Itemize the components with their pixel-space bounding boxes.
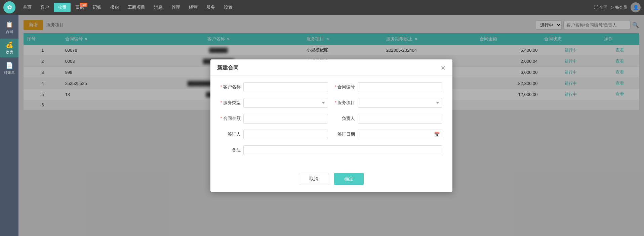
nav-item-business[interactable]: 工商项目 xyxy=(124,3,149,12)
logo: ✿ xyxy=(3,1,15,13)
nav-items: 首页 客户 收费 票据 new 记账 报税 工商项目 消息 管理 经营 服务 设… xyxy=(19,3,594,12)
sidebar-item-statement-label: 对账单 xyxy=(4,70,15,75)
sidebar-item-contract-label: 合同 xyxy=(6,29,13,34)
signer-label: 签订人 xyxy=(220,131,241,137)
nav-item-fee[interactable]: 收费 xyxy=(54,3,71,12)
cancel-button[interactable]: 取消 xyxy=(299,173,329,185)
form-group-customer: 客户名称 xyxy=(220,82,328,92)
contract-no-input[interactable] xyxy=(358,82,442,92)
sidebar: 📋 合同 💰 收费 📄 对账单 xyxy=(0,15,18,236)
modal-footer: 取消 确定 xyxy=(210,168,452,192)
confirm-button[interactable]: 确定 xyxy=(334,173,364,185)
avatar[interactable]: 👤 xyxy=(631,2,641,12)
sign-date-input[interactable]: 2023-06-06 xyxy=(358,130,442,139)
modal-header: 新建合同 ✕ xyxy=(210,59,452,76)
form-row-2: 服务类型 服务项目 xyxy=(220,98,442,108)
fee-icon: 💰 xyxy=(6,41,13,49)
fullscreen-button[interactable]: ⛶ 全屏 xyxy=(594,5,607,10)
remark-label: 备注 xyxy=(220,147,241,153)
date-input-wrapper: 2023-06-06 📅 xyxy=(358,130,442,139)
responsible-label: 负责人 xyxy=(335,115,355,122)
contract-no-label: 合同编号 xyxy=(335,84,355,90)
nav-item-bookkeeping[interactable]: 记账 xyxy=(89,3,106,12)
sign-date-label: 签订日期 xyxy=(335,131,355,137)
contract-amount-input[interactable]: 0.00 xyxy=(243,114,328,124)
sidebar-item-contract[interactable]: 📋 合同 xyxy=(0,18,18,37)
form-group-amount: 合同金额 0.00 xyxy=(220,114,328,124)
modal-body: 客户名称 合同编号 服务类型 xyxy=(210,76,452,168)
modal-overlay: 新建合同 ✕ 客户名称 合同编号 xyxy=(18,15,644,236)
form-row-4: 签订人 签订日期 2023-06-06 📅 xyxy=(220,130,442,139)
nav-item-message[interactable]: 消息 xyxy=(150,3,167,12)
nav-right: ⛶ 全屏 ▷ 畅会员 👤 xyxy=(594,2,641,12)
play-icon: ▷ xyxy=(611,5,614,10)
form-group-signer: 签订人 xyxy=(220,130,328,139)
sidebar-item-fee-label: 收费 xyxy=(6,50,13,55)
new-contract-modal: 新建合同 ✕ 客户名称 合同编号 xyxy=(210,59,452,192)
form-group-contract-no: 合同编号 xyxy=(335,82,442,92)
nav-item-manage[interactable]: 管理 xyxy=(167,3,184,12)
contract-icon: 📋 xyxy=(6,21,13,28)
modal-title: 新建合同 xyxy=(217,64,239,72)
form-row-5: 备注 xyxy=(220,145,442,155)
form-row-3: 合同金额 0.00 负责人 xyxy=(220,114,442,124)
fullscreen-icon: ⛶ xyxy=(594,5,598,10)
form-group-responsible: 负责人 xyxy=(335,114,442,124)
nav-item-service[interactable]: 服务 xyxy=(202,3,219,12)
nav-item-invoice[interactable]: 票据 new xyxy=(71,3,88,12)
nav-item-home[interactable]: 首页 xyxy=(19,3,36,12)
vip-label: 畅会员 xyxy=(615,5,627,10)
form-group-remark: 备注 xyxy=(220,145,442,155)
sidebar-item-fee[interactable]: 💰 收费 xyxy=(0,39,18,57)
content-area: 新增 服务项目 进行中 已完成 已取消 🔍 序号 合同编号 ⇅ 客户名称 ⇅ 服… xyxy=(18,15,644,236)
remark-input[interactable] xyxy=(243,145,442,155)
main-layout: 📋 合同 💰 收费 📄 对账单 新增 服务项目 进行中 已完成 已取消 � xyxy=(0,15,644,236)
nav-item-operation[interactable]: 经营 xyxy=(185,3,202,12)
new-badge: new xyxy=(80,3,87,7)
form-group-service-type: 服务类型 xyxy=(220,98,328,108)
calendar-icon[interactable]: 📅 xyxy=(434,132,440,137)
service-item-label: 服务项目 xyxy=(335,100,355,106)
modal-close-button[interactable]: ✕ xyxy=(441,64,446,72)
service-type-select[interactable] xyxy=(243,98,328,108)
service-type-label: 服务类型 xyxy=(220,100,241,106)
nav-item-tax[interactable]: 报税 xyxy=(106,3,123,12)
contract-amount-label: 合同金额 xyxy=(220,115,241,122)
vip-button[interactable]: ▷ 畅会员 xyxy=(611,5,627,10)
responsible-input[interactable] xyxy=(358,114,442,124)
fullscreen-label: 全屏 xyxy=(599,5,607,10)
nav-item-settings[interactable]: 设置 xyxy=(220,3,237,12)
top-nav: ✿ 首页 客户 收费 票据 new 记账 报税 工商项目 消息 管理 经营 服务… xyxy=(0,0,644,15)
sidebar-item-statement[interactable]: 📄 对账单 xyxy=(0,59,18,78)
service-item-select[interactable] xyxy=(358,98,442,108)
nav-item-customer[interactable]: 客户 xyxy=(36,3,53,12)
signer-input[interactable] xyxy=(243,130,328,139)
form-group-service-item: 服务项目 xyxy=(335,98,442,108)
customer-name-label: 客户名称 xyxy=(220,84,241,90)
statement-icon: 📄 xyxy=(6,62,13,69)
form-group-sign-date: 签订日期 2023-06-06 📅 xyxy=(335,130,442,139)
customer-name-input[interactable] xyxy=(243,82,328,92)
form-row-1: 客户名称 合同编号 xyxy=(220,82,442,92)
